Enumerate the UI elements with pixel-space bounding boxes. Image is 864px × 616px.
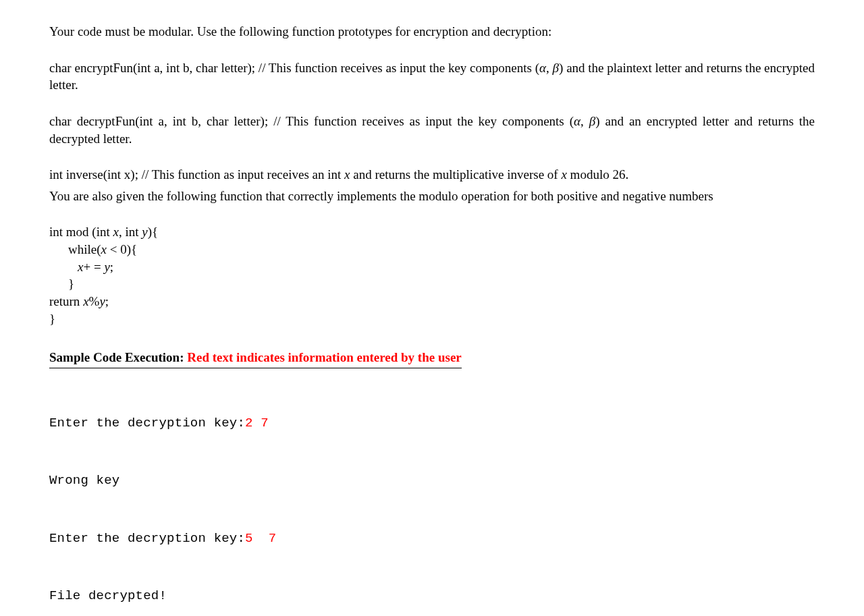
header-red: Red text indicates information entered b… (187, 350, 462, 364)
prototype-encrypt: char encryptFun(int a, int b, char lette… (49, 59, 815, 94)
exec-line: Enter the decryption key:2 7 (49, 414, 815, 433)
code-line: int mod (int x, int y){ (49, 223, 815, 241)
user-input: 5 7 (245, 531, 276, 546)
text: , (546, 61, 553, 75)
text: ){ (148, 225, 158, 239)
text: % (89, 294, 100, 308)
symbol-alpha: α (539, 61, 546, 75)
mod-note: You are also given the following functio… (49, 188, 815, 205)
text: int inverse(int x); // This function as … (49, 167, 344, 181)
symbol-x: x (561, 167, 566, 181)
symbol-beta: β (553, 61, 559, 75)
user-input: 2 7 (245, 416, 269, 430)
text: , int (119, 225, 142, 239)
code-line: } (49, 275, 815, 293)
code-line: } (49, 310, 815, 328)
text: and returns the multiplicative inverse o… (350, 167, 562, 181)
text: + = (83, 260, 104, 274)
text: modulo 26. (567, 167, 628, 181)
code-line: while(x < 0){ (49, 241, 815, 258)
text: , (580, 114, 589, 128)
symbol-alpha: α (574, 114, 580, 128)
text: char encryptFun(int a, int b, char lette… (49, 61, 539, 75)
text: < 0){ (107, 242, 137, 256)
underline: Sample Code Execution: Red text indicate… (49, 349, 462, 368)
exec-line: Enter the decryption key:5 7 (49, 529, 815, 549)
intro-paragraph: Your code must be modular. Use the follo… (49, 23, 815, 40)
page-container: Your code must be modular. Use the follo… (0, 0, 864, 616)
sample-execution-block: Enter the decryption key:2 7 Wrong key E… (49, 375, 815, 616)
sample-execution-header: Sample Code Execution: Red text indicate… (49, 346, 815, 368)
symbol-x: x (101, 242, 107, 256)
text: return (49, 294, 83, 308)
symbol-x: x (113, 225, 118, 239)
code-line: return x%y; (49, 293, 815, 310)
text: char decryptFun(int a, int b, char lette… (49, 114, 574, 128)
mod-function-code: int mod (int x, int y){ while(x < 0){ x+… (49, 223, 815, 327)
symbol-x: x (344, 167, 350, 181)
text: while( (68, 242, 101, 256)
text: ; (110, 260, 113, 274)
text: int mod (int (49, 225, 113, 239)
prototype-inverse: int inverse(int x); // This function as … (49, 166, 815, 184)
symbol-beta: β (589, 114, 595, 128)
symbol-y: y (99, 294, 105, 308)
header-black: Sample Code Execution: (49, 350, 187, 364)
symbol-y: y (104, 260, 109, 274)
prompt-text: Enter the decryption key: (49, 416, 245, 430)
symbol-x: x (83, 294, 88, 308)
exec-line: Wrong key (49, 471, 815, 491)
exec-line: File decrypted! (49, 586, 815, 606)
prototype-decrypt: char decryptFun(int a, int b, char lette… (49, 113, 815, 147)
code-line: x+ = y; (49, 258, 815, 276)
text: ; (105, 294, 109, 308)
prompt-text: Enter the decryption key: (49, 531, 245, 546)
symbol-y: y (142, 225, 147, 239)
